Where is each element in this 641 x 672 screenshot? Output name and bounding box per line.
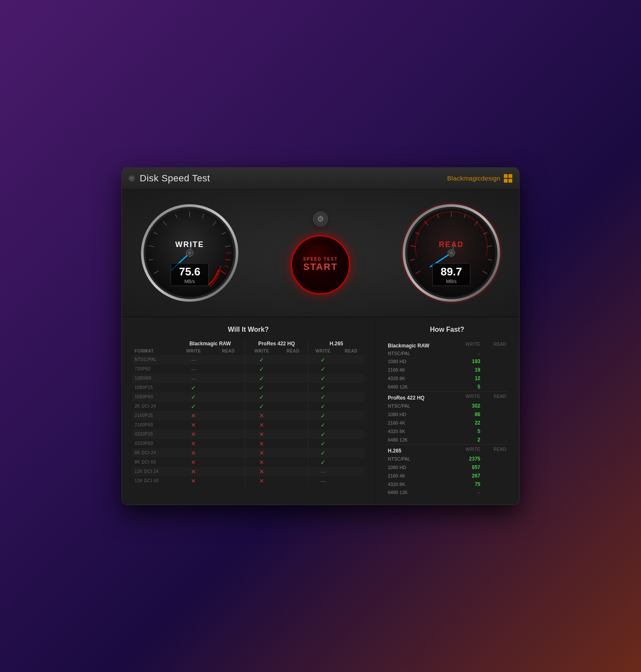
title-bar: × Disk Speed Test Blackmagicdesign	[122, 168, 519, 189]
fast-table-row: 6480 12K 5	[385, 383, 509, 392]
app-window: × Disk Speed Test Blackmagicdesign	[122, 167, 519, 505]
will-it-work-table: Blackmagic RAW ProRes 422 HQ H.265 FORMA…	[132, 339, 365, 486]
start-button[interactable]: SPEED TEST START	[291, 235, 350, 294]
format-cell: 1080p60	[132, 392, 175, 402]
fast-table-row: 6480 12K –	[385, 489, 509, 496]
fast-table-row: 2160 4K 19	[385, 366, 509, 374]
col-header-bmraw: Blackmagic RAW	[175, 339, 245, 347]
brand-logo-sq	[504, 179, 508, 183]
format-cell: 12K DCI 60	[132, 476, 175, 486]
format-cell: 2160p25	[132, 411, 175, 420]
work-table-row: 4320p60 ✕ ✕ ✓	[132, 439, 365, 448]
col-header-h265: H.265	[308, 339, 365, 347]
will-it-work-title: Will It Work?	[132, 326, 365, 333]
fast-table-row: 2160 4K 22	[385, 419, 509, 427]
col-header-prores: ProRes 422 HQ	[245, 339, 308, 347]
write-gauge-svg: WRITE	[139, 202, 240, 304]
fast-table-row: 2160 4K 267	[385, 472, 509, 480]
start-label-2: START	[303, 261, 338, 272]
svg-text:READ: READ	[439, 240, 464, 249]
settings-button[interactable]: ⚙	[313, 211, 328, 227]
work-table-row: 8K DCI 24 ✕ ✕ ✓	[132, 448, 365, 458]
format-cell: 720p60	[132, 364, 175, 374]
fast-table-row: 6480 12K 2	[385, 436, 509, 444]
fast-table-row: NTSC/PAL 2375	[385, 455, 509, 463]
fast-table-row: 4320 8K 5	[385, 427, 509, 436]
how-fast-title: How Fast?	[385, 326, 509, 333]
work-table-row: 2160p60 ✕ ✕ ✓	[132, 420, 365, 430]
format-cell: 2K DCI 24	[132, 402, 175, 411]
read-value: 89.7	[439, 265, 463, 278]
format-cell: 12K DCI 24	[132, 467, 175, 476]
svg-line-44	[410, 259, 413, 260]
format-cell: 8K DCI 24	[132, 448, 175, 458]
work-table-row: 4320p25 ✕ ✕ ✓	[132, 430, 365, 439]
read-gauge-svg: READ	[401, 202, 502, 304]
data-section: Will It Work? Blackmagic RAW ProRes 422 …	[122, 317, 519, 505]
work-table-row: 8K DCI 60 ✕ ✕ ✓	[132, 458, 365, 467]
fast-group-header: H.265 WRITE READ	[385, 444, 509, 455]
work-table-row: 2160p25 ✕ ✕ ✓	[132, 411, 365, 420]
read-unit: MB/s	[439, 279, 463, 284]
svg-text:WRITE: WRITE	[175, 240, 204, 249]
brand-logo-sq	[504, 174, 508, 178]
how-fast-table: Blackmagic RAW WRITE READ NTSC/PAL – 108…	[385, 339, 509, 496]
work-table-row: NTSC/PAL — ✓ ✓	[132, 355, 365, 364]
start-label-1: SPEED TEST	[303, 257, 338, 261]
fast-group-header: ProRes 422 HQ WRITE READ	[385, 391, 509, 402]
format-cell: 4320p25	[132, 430, 175, 439]
format-cell: NTSC/PAL	[132, 355, 175, 364]
write-value-box: 75.6 MB/s	[171, 263, 209, 286]
format-cell: 1080i60	[132, 374, 175, 383]
format-cell: 1080p25	[132, 383, 175, 392]
will-it-work-panel: Will It Work? Blackmagic RAW ProRes 422 …	[122, 317, 375, 505]
format-cell: 8K DCI 60	[132, 458, 175, 467]
work-table-row: 12K DCI 60 ✕ ✕ —	[132, 476, 365, 486]
brand-logo	[504, 174, 512, 183]
brand-name: Blackmagicdesign	[447, 175, 500, 182]
fast-table-row: 4320 8K 12	[385, 374, 509, 383]
work-table-row: 1080p60 ✓ ✓ ✓	[132, 392, 365, 402]
settings-icon: ⚙	[317, 214, 324, 224]
format-cell: 4320p60	[132, 439, 175, 448]
read-value-box: 89.7 MB/s	[432, 263, 470, 286]
fast-table-row: 1080 HD 86	[385, 410, 509, 419]
how-fast-panel: How Fast? Blackmagic RAW WRITE READ NTSC…	[375, 317, 519, 505]
fast-table-row: 1080 HD 193	[385, 357, 509, 366]
fast-table-row: 4320 8K 75	[385, 480, 509, 489]
app-title: Disk Speed Test	[140, 173, 210, 184]
fast-table-row: NTSC/PAL –	[385, 350, 509, 357]
brand-logo-sq	[508, 174, 512, 178]
fast-table-row: 1080 HD 857	[385, 463, 509, 472]
work-table-row: 12K DCI 24 ✕ ✕ —	[132, 467, 365, 476]
fast-group-header: Blackmagic RAW WRITE READ	[385, 339, 509, 350]
svg-line-45	[410, 245, 414, 246]
svg-point-24	[188, 251, 191, 255]
close-button[interactable]: ×	[129, 175, 135, 181]
read-gauge: READ 89.7 MB/s	[401, 202, 502, 304]
fast-table-row: NTSC/PAL 302	[385, 402, 509, 410]
write-value: 75.6	[178, 265, 202, 278]
work-table-row: 2K DCI 24 ✓ ✓ ✓	[132, 402, 365, 411]
brand-logo-sq	[508, 179, 512, 183]
write-unit: MB/s	[178, 279, 202, 284]
gauge-section: WRITE 75.6 MB/s ⚙ SPEED TEST START	[122, 189, 519, 317]
work-table-row: 1080i60 — ✓ ✓	[132, 374, 365, 383]
svg-point-51	[450, 251, 453, 255]
brand-area: Blackmagicdesign	[447, 174, 512, 183]
format-label: FORMAT	[132, 347, 175, 355]
center-area: ⚙ SPEED TEST START	[291, 211, 350, 294]
format-cell: 2160p60	[132, 420, 175, 430]
work-table-row: 720p60 — ✓ ✓	[132, 364, 365, 374]
write-gauge: WRITE 75.6 MB/s	[139, 202, 240, 304]
work-table-row: 1080p25 ✓ ✓ ✓	[132, 383, 365, 392]
